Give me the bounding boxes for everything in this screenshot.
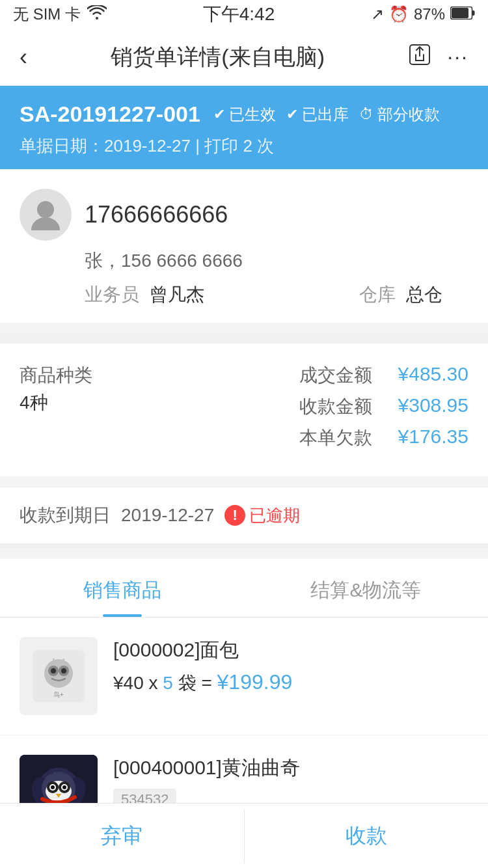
battery-icon xyxy=(450,5,475,23)
confirm-button[interactable]: 收款 xyxy=(245,809,489,863)
svg-point-9 xyxy=(51,668,56,673)
cancel-button[interactable]: 弃审 xyxy=(0,809,245,863)
product-thumb-1: 鸟+ xyxy=(20,637,98,715)
check-icon-2: ✔ xyxy=(286,106,298,123)
product-tabs: 销售商品 结算&物流等 xyxy=(0,559,488,617)
svg-point-10 xyxy=(61,668,66,673)
overdue-badge: ! 已逾期 xyxy=(224,504,300,527)
product-info-1: [0000002]面包 ¥40 x 5 袋 = ¥199.99 xyxy=(113,637,468,696)
nav-actions: ··· xyxy=(408,43,468,71)
summary-received-row: 收款金额 ¥308.95 xyxy=(299,394,468,419)
tab-settlement[interactable]: 结算&物流等 xyxy=(244,559,488,617)
svg-text:鸟+: 鸟+ xyxy=(53,691,64,698)
alarm-icon: ⏰ xyxy=(389,5,409,23)
product-price-1: ¥40 x 5 袋 = ¥199.99 xyxy=(113,670,468,696)
summary-debt-value: ¥176.35 xyxy=(398,426,468,450)
product-name-2: [000400001]黄油曲奇 xyxy=(113,755,468,781)
summary-received-value: ¥308.95 xyxy=(398,394,468,419)
tab-sales-products[interactable]: 销售商品 xyxy=(0,559,244,617)
product-qty-1: 5 xyxy=(163,673,173,693)
nav-bar: ‹ 销货单详情(来自电脑) ··· xyxy=(0,29,488,86)
product-name-1: [0000002]面包 xyxy=(113,637,468,664)
page-title: 销货单详情(来自电脑) xyxy=(111,42,325,72)
summary-type-count: 4种 xyxy=(20,390,92,415)
section-divider-1 xyxy=(0,333,488,344)
check-icon-1: ✔ xyxy=(213,106,225,123)
product-image-placeholder-1: 鸟+ xyxy=(33,650,85,702)
svg-rect-1 xyxy=(472,10,475,16)
svg-rect-2 xyxy=(452,8,468,18)
summary-type-label: 商品种类 xyxy=(20,363,92,388)
banner-badges: ✔ 已生效 ✔ 已出库 ⏱ 部分收款 xyxy=(213,104,440,125)
share-icon[interactable] xyxy=(408,43,431,71)
summary-right: 成交金额 ¥485.30 收款金额 ¥308.95 本单欠款 ¥176.35 xyxy=(299,363,468,457)
summary-amount-row: 成交金额 ¥485.30 xyxy=(299,363,468,388)
due-date-value: 2019-12-27 xyxy=(121,505,214,526)
badge-shipped: ✔ 已出库 xyxy=(286,104,349,125)
order-id: SA-20191227-001 xyxy=(20,102,200,127)
clock-icon: ⏱ xyxy=(359,106,373,123)
due-date-label: 收款到期日 xyxy=(20,503,111,528)
carrier-text: 无 SIM 卡 xyxy=(13,4,81,25)
wifi-icon xyxy=(87,5,107,23)
banner-date-row: 单据日期：2019-12-27 | 打印 2 次 xyxy=(20,135,468,157)
banner-row1: SA-20191227-001 ✔ 已生效 ✔ 已出库 ⏱ 部分收款 xyxy=(20,102,468,127)
svg-point-4 xyxy=(37,201,54,218)
summary-card: 商品种类 4种 成交金额 ¥485.30 收款金额 ¥308.95 本单欠款 ¥… xyxy=(0,344,488,476)
customer-card: 17666666666 张，156 6666 6666 业务员 曾凡杰 仓库 总… xyxy=(0,169,488,323)
status-bar: 无 SIM 卡 下午4:42 ↗ ⏰ 87% xyxy=(0,0,488,29)
status-left: 无 SIM 卡 xyxy=(13,4,107,25)
svg-point-6 xyxy=(44,659,73,688)
badge-partial: ⏱ 部分收款 xyxy=(359,104,440,125)
customer-name-phone: 张，156 6666 6666 xyxy=(20,249,468,273)
more-icon[interactable]: ··· xyxy=(447,45,468,69)
summary-amount-value: ¥485.30 xyxy=(398,363,468,388)
customer-meta: 业务员 曾凡杰 仓库 总仓 xyxy=(20,282,468,307)
status-right: ↗ ⏰ 87% xyxy=(371,5,475,23)
overdue-icon: ! xyxy=(224,505,245,526)
badge-effective: ✔ 已生效 xyxy=(213,104,276,125)
svg-point-23 xyxy=(62,785,66,789)
due-date-card: 收款到期日 2019-12-27 ! 已逾期 xyxy=(0,487,488,549)
customer-phone: 17666666666 xyxy=(85,201,228,228)
sales-rep: 业务员 曾凡杰 xyxy=(85,282,204,307)
summary-debt-row: 本单欠款 ¥176.35 xyxy=(299,426,468,450)
location-icon: ↗ xyxy=(371,5,384,23)
product-total-1: ¥199.99 xyxy=(217,670,293,694)
back-button[interactable]: ‹ xyxy=(20,44,27,71)
summary-left: 商品种类 4种 xyxy=(20,363,92,457)
header-banner: SA-20191227-001 ✔ 已生效 ✔ 已出库 ⏱ 部分收款 单据日期：… xyxy=(0,86,488,169)
product-item: 鸟+ [0000002]面包 ¥40 x 5 袋 = ¥199.99 xyxy=(0,617,488,735)
svg-point-22 xyxy=(51,785,55,789)
customer-top: 17666666666 xyxy=(20,189,468,241)
status-time: 下午4:42 xyxy=(203,2,275,27)
warehouse: 仓库 总仓 xyxy=(359,282,442,307)
bottom-bar: 弃审 收款 xyxy=(0,803,488,868)
battery-text: 87% xyxy=(414,5,445,23)
avatar xyxy=(20,189,72,241)
